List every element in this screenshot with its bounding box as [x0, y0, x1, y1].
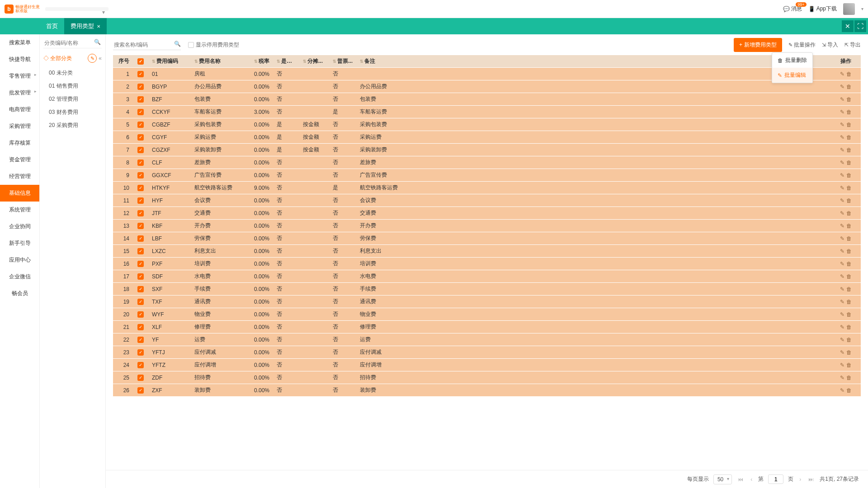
- edit-icon[interactable]: ✎: [840, 160, 844, 166]
- page-input[interactable]: [768, 474, 783, 484]
- table-row[interactable]: 2✓BGYP办公用品费0.00%否否办公用品费✎🗑: [113, 80, 861, 93]
- search-icon[interactable]: 🔍: [174, 41, 181, 47]
- edit-icon[interactable]: ✎: [840, 248, 844, 254]
- edit-icon[interactable]: ✎: [840, 96, 844, 103]
- edit-icon[interactable]: ✎: [840, 109, 844, 115]
- cell-checkbox[interactable]: ✓: [133, 131, 148, 144]
- trash-icon[interactable]: 🗑: [846, 261, 852, 267]
- th-code[interactable]: ⇅费用编码: [148, 55, 191, 68]
- edit-icon[interactable]: ✎: [840, 223, 844, 229]
- category-item[interactable]: 01 销售费用: [40, 80, 105, 93]
- tab-close-button[interactable]: ✕: [842, 20, 854, 32]
- cell-checkbox[interactable]: ✓: [133, 258, 148, 270]
- trash-icon[interactable]: 🗑: [846, 172, 852, 178]
- table-row[interactable]: 24✓YFTZ应付调增0.00%否否应付调增✎🗑: [113, 359, 861, 371]
- trash-icon[interactable]: 🗑: [846, 223, 852, 229]
- sidebar-item[interactable]: 资金管理: [0, 151, 39, 168]
- edit-icon[interactable]: ✎: [840, 362, 844, 368]
- cell-checkbox[interactable]: ✓: [133, 68, 148, 80]
- app-download-button[interactable]: 📱 App下载: [808, 5, 837, 13]
- cell-checkbox[interactable]: ✓: [133, 308, 148, 321]
- table-row[interactable]: 13✓KBF开办费0.00%否否开办费✎🗑: [113, 220, 861, 232]
- table-row[interactable]: 14✓LBF劳保费0.00%否否劳保费✎🗑: [113, 232, 861, 245]
- edit-icon[interactable]: ✎: [840, 197, 844, 204]
- cell-checkbox[interactable]: ✓: [133, 182, 148, 194]
- category-edit-button[interactable]: ✎: [88, 54, 97, 63]
- batch-edit-item[interactable]: ✎ 批量编辑: [772, 68, 812, 83]
- trash-icon[interactable]: 🗑: [846, 235, 852, 242]
- edit-icon[interactable]: ✎: [840, 324, 844, 330]
- cell-checkbox[interactable]: ✓: [133, 346, 148, 359]
- tab-home[interactable]: 首页: [40, 18, 64, 34]
- cell-checkbox[interactable]: ✓: [133, 270, 148, 283]
- cell-checkbox[interactable]: ✓: [133, 194, 148, 207]
- cell-checkbox[interactable]: ✓: [133, 232, 148, 245]
- trash-icon[interactable]: 🗑: [846, 311, 852, 318]
- sidebar-item[interactable]: 快捷导航: [0, 51, 39, 68]
- trash-icon[interactable]: 🗑: [846, 210, 852, 216]
- th-ticket[interactable]: ⇅普票...: [329, 55, 356, 68]
- table-row[interactable]: 3✓BZF包装费0.00%否否包装费✎🗑: [113, 93, 861, 106]
- sidebar-item[interactable]: 系统管理: [0, 202, 39, 218]
- category-search-input[interactable]: [43, 38, 102, 48]
- table-row[interactable]: 11✓HYF会议费0.00%否否会议费✎🗑: [113, 194, 861, 207]
- sidebar-item[interactable]: 企业协同: [0, 218, 39, 235]
- next-page-button[interactable]: ›: [798, 476, 802, 483]
- cell-checkbox[interactable]: ✓: [133, 359, 148, 371]
- table-row[interactable]: 7✓CGZXF采购装卸费0.00%是按金额否采购装卸费✎🗑: [113, 144, 861, 156]
- collapse-icon[interactable]: «: [99, 55, 102, 61]
- th-is[interactable]: ⇅是否...: [273, 55, 299, 68]
- table-row[interactable]: 23✓YFTJ应付调减0.00%否否应付调减✎🗑: [113, 346, 861, 359]
- table-row[interactable]: 8✓CLF差旅费0.00%否否差旅费✎🗑: [113, 156, 861, 169]
- cell-checkbox[interactable]: ✓: [133, 371, 148, 384]
- table-row[interactable]: 17✓SDF水电费0.00%否否水电费✎🗑: [113, 270, 861, 283]
- table-row[interactable]: 12✓JTF交通费0.00%否否交通费✎🗑: [113, 207, 861, 220]
- cell-checkbox[interactable]: ✓: [133, 296, 148, 308]
- search-input[interactable]: [113, 40, 181, 50]
- table-row[interactable]: 9✓GGXCF广告宣传费0.00%否否广告宣传费✎🗑: [113, 169, 861, 182]
- trash-icon[interactable]: 🗑: [846, 286, 852, 292]
- cell-checkbox[interactable]: ✓: [133, 118, 148, 131]
- trash-icon[interactable]: 🗑: [846, 134, 852, 141]
- table-row[interactable]: 16✓PXF培训费0.00%否否培训费✎🗑: [113, 258, 861, 270]
- table-row[interactable]: 10✓HTKYF航空铁路客运费9.00%否是航空铁路客运费✎🗑: [113, 182, 861, 194]
- sidebar-item[interactable]: 基础信息: [0, 185, 39, 202]
- cell-checkbox[interactable]: ✓: [133, 333, 148, 346]
- table-row[interactable]: 19✓TXF通讯费0.00%否否通讯费✎🗑: [113, 296, 861, 308]
- cell-checkbox[interactable]: ✓: [133, 80, 148, 93]
- cell-checkbox[interactable]: ✓: [133, 169, 148, 182]
- trash-icon[interactable]: 🗑: [846, 160, 852, 166]
- messages-button[interactable]: 💬 消息 99+: [783, 5, 802, 13]
- first-page-button[interactable]: ⏮: [736, 476, 745, 483]
- trash-icon[interactable]: 🗑: [846, 375, 852, 381]
- trash-icon[interactable]: 🗑: [846, 84, 852, 90]
- trash-icon[interactable]: 🗑: [846, 362, 852, 368]
- trash-icon[interactable]: 🗑: [846, 248, 852, 254]
- table-row[interactable]: 26✓ZXF装卸费0.00%否否装卸费✎🗑: [113, 384, 861, 397]
- edit-icon[interactable]: ✎: [840, 147, 844, 153]
- edit-icon[interactable]: ✎: [840, 387, 844, 394]
- trash-icon[interactable]: 🗑: [846, 299, 852, 305]
- add-button[interactable]: + 新增费用类型: [734, 38, 782, 52]
- batch-delete-item[interactable]: 🗑 批量删除: [772, 53, 812, 68]
- sidebar-item[interactable]: 新手引导: [0, 235, 39, 252]
- trash-icon[interactable]: 🗑: [846, 349, 852, 356]
- th-name[interactable]: ⇅费用名称: [191, 55, 245, 68]
- edit-icon[interactable]: ✎: [840, 210, 844, 216]
- last-page-button[interactable]: ⏭: [807, 476, 815, 483]
- table-row[interactable]: 25✓ZDF招待费0.00%否否招待费✎🗑: [113, 371, 861, 384]
- edit-icon[interactable]: ✎: [840, 337, 844, 343]
- trash-icon[interactable]: 🗑: [846, 71, 852, 77]
- cell-checkbox[interactable]: ✓: [133, 384, 148, 397]
- category-item[interactable]: 02 管理费用: [40, 93, 105, 106]
- edit-icon[interactable]: ✎: [840, 134, 844, 141]
- batch-button[interactable]: ✎ 批量操作: [788, 41, 816, 49]
- trash-icon[interactable]: 🗑: [846, 387, 852, 394]
- table-row[interactable]: 1✓01房租0.00%否否✎🗑: [113, 68, 861, 80]
- trash-icon[interactable]: 🗑: [846, 337, 852, 343]
- cell-checkbox[interactable]: ✓: [133, 207, 148, 220]
- trash-icon[interactable]: 🗑: [846, 197, 852, 204]
- sidebar-item[interactable]: 库存核算: [0, 135, 39, 151]
- edit-icon[interactable]: ✎: [840, 122, 844, 128]
- category-item[interactable]: 03 财务费用: [40, 106, 105, 119]
